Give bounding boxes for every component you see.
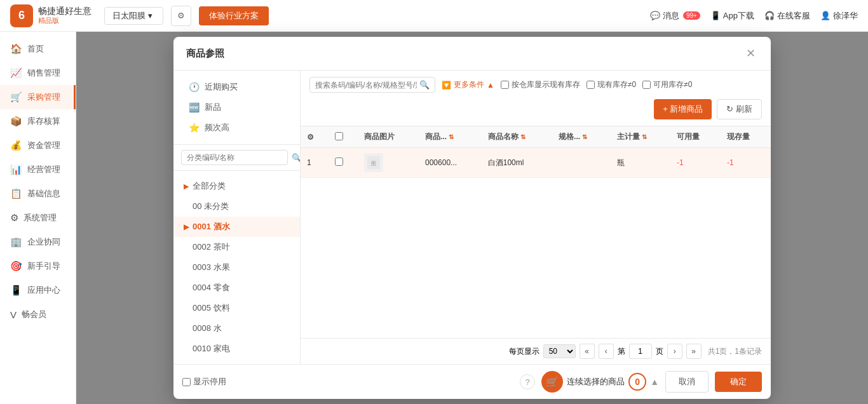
inventory-ne0-checkbox-label[interactable]: 现有库存≠0 (587, 79, 636, 90)
modal-footer: 显示停用 ? 🛒 连续选择的商品 0 ▲ 取消 确定 (173, 364, 771, 399)
cancel-button[interactable]: 取消 (665, 371, 709, 393)
cat-arrow-active: ▶ (184, 223, 189, 231)
try-industry-button[interactable]: 体验行业方案 (199, 6, 269, 25)
col-spec: 规格...⇅ (552, 126, 611, 148)
sidebar-item-guide[interactable]: 🎯 新手引导 (0, 254, 76, 278)
sales-icon: 📈 (10, 67, 22, 79)
sidebar-item-purchase[interactable]: 🛒 采购管理 (0, 85, 76, 109)
confirm-button[interactable]: 确定 (715, 372, 762, 392)
warehouse-display-checkbox-label[interactable]: 按仓库显示现有库存 (501, 79, 580, 90)
settings-button[interactable]: ⚙ (171, 6, 191, 26)
row-checkbox[interactable] (335, 158, 343, 166)
prev-page-button[interactable]: ‹ (599, 344, 614, 359)
sidebar-item-home[interactable]: 🏠 首页 (0, 37, 76, 61)
sidebar-item-enterprise[interactable]: 🏢 企业协同 (0, 230, 76, 254)
sidebar-item-inventory[interactable]: 📦 库存核算 (0, 109, 76, 133)
show-disabled-checkbox[interactable] (182, 378, 191, 386)
sidebar-label: 经营管理 (27, 164, 60, 175)
cat-item-00[interactable]: 00 未分类 (173, 196, 300, 217)
add-product-button[interactable]: + 新增商品 (654, 99, 712, 119)
sidebar-item-basic-info[interactable]: 📋 基础信息 (0, 182, 76, 206)
refresh-button[interactable]: ↻ 刷新 (717, 99, 762, 119)
category-search-input[interactable] (181, 150, 288, 165)
modal-close-button[interactable]: ✕ (743, 46, 758, 61)
cat-arrow: ▶ (184, 182, 189, 191)
cat-item-0010[interactable]: 0010 家电 (173, 339, 300, 359)
select-all-checkbox[interactable] (335, 132, 343, 140)
app-download-nav-item[interactable]: 📱 App下载 (710, 10, 754, 22)
sidebar-label: 系统管理 (24, 212, 57, 224)
usable-ne0-checkbox-label[interactable]: 可用库存≠0 (642, 79, 692, 90)
collapse-up-icon[interactable]: ▲ (650, 377, 659, 387)
col-available: 可用量 (670, 126, 721, 148)
pagination: 每页显示 50 10 20 100 « ‹ 第 页 › » (301, 338, 771, 364)
sidebar-item-operation[interactable]: 📊 经营管理 (0, 158, 76, 182)
cat-item-0001[interactable]: ▶ 0001 酒水 (173, 217, 300, 237)
warehouse-display-checkbox[interactable] (501, 81, 509, 89)
tab-high-frequency[interactable]: ⭐ 频次高 (181, 118, 292, 138)
message-nav-item[interactable]: 💬 消息 99+ (650, 10, 700, 22)
star-icon: ⭐ (189, 123, 200, 133)
finance-icon: 💰 (10, 140, 22, 151)
logo-area: 6 畅捷通好生意 精品版 (10, 4, 92, 27)
tab-recent-purchase[interactable]: 🕐 近期购买 (181, 77, 292, 97)
show-disabled-label[interactable]: 显示停用 (182, 376, 226, 387)
message-badge: 99+ (683, 11, 700, 20)
sidebar-label: 企业协同 (27, 236, 60, 248)
cat-item-0003[interactable]: 0003 水果 (173, 257, 300, 278)
system-icon: ⚙ (10, 212, 18, 224)
sidebar-label: 资金管理 (27, 140, 60, 151)
cell-name: 白酒100ml (482, 148, 552, 178)
app-center-icon: 📱 (10, 285, 22, 296)
sidebar-label: 库存核算 (27, 116, 60, 127)
online-service-nav-item[interactable]: 🎧 在线客服 (764, 10, 810, 22)
product-search-input[interactable] (315, 81, 417, 90)
continuous-select-label: 连续选择的商品 (567, 376, 625, 387)
page-number-input[interactable] (629, 344, 652, 359)
sidebar-item-finance[interactable]: 💰 资金管理 (0, 133, 76, 158)
sidebar-item-member[interactable]: V 畅会员 (0, 302, 76, 327)
gear-icon: ⚙ (177, 11, 185, 20)
last-page-button[interactable]: » (686, 344, 702, 359)
search-icon[interactable]: 🔍 (419, 80, 430, 90)
sidebar-item-sales[interactable]: 📈 销售管理 (0, 61, 76, 85)
user-menu[interactable]: 👤 徐泽华 (820, 10, 858, 22)
purchase-icon: 🛒 (10, 91, 22, 103)
toolbar-right: + 新增商品 ↻ 刷新 (654, 99, 762, 119)
modal-body: 🕐 近期购买 🆕 新品 ⭐ 频次高 (173, 71, 771, 364)
operation-icon: 📊 (10, 164, 22, 175)
cell-spec (552, 148, 611, 178)
first-page-button[interactable]: « (580, 344, 595, 359)
cell-checkbox[interactable] (329, 148, 358, 178)
col-name: 商品名称⇅ (482, 126, 552, 148)
cat-item-0008[interactable]: 0008 水 (173, 318, 300, 339)
col-checkbox[interactable] (329, 126, 358, 148)
cat-item-0004[interactable]: 0004 零食 (173, 278, 300, 298)
next-page-button[interactable]: › (667, 344, 682, 359)
inventory-ne0-checkbox[interactable] (587, 81, 595, 89)
top-nav: 6 畅捷通好生意 精品版 日太阳膜 ▾ ⚙ 体验行业方案 💬 消息 99+ 📱 … (0, 0, 868, 32)
usable-ne0-checkbox[interactable] (642, 81, 651, 89)
category-list: ▶ 全部分类 00 未分类 ▶ 0001 酒水 0002 茶叶 (173, 171, 300, 364)
page-word: 第 (618, 346, 625, 357)
cat-item-0005[interactable]: 0005 饮料 (173, 298, 300, 318)
sidebar-label: 应用中心 (27, 285, 60, 296)
page-size-select[interactable]: 50 10 20 100 (543, 344, 576, 358)
sidebar-label: 采购管理 (27, 91, 60, 103)
cart-area: 🛒 连续选择的商品 0 ▲ (541, 371, 659, 393)
col-gear[interactable]: ⚙ (301, 126, 329, 148)
mobile-icon: 📱 (710, 11, 721, 20)
message-icon: 💬 (650, 11, 660, 20)
cat-item-0002[interactable]: 0002 茶叶 (173, 237, 300, 257)
category-search-icon[interactable]: 🔍 (292, 153, 301, 163)
more-filter-button[interactable]: 🔽 更多条件 ▲ (442, 79, 494, 90)
help-button[interactable]: ? (520, 374, 535, 389)
tab-new-product[interactable]: 🆕 新品 (181, 97, 292, 118)
table-row[interactable]: 1 图 000600... 白酒100ml (301, 148, 771, 178)
page-size-label: 每页显示 (509, 346, 539, 357)
cat-item-all[interactable]: ▶ 全部分类 (173, 176, 300, 196)
sidebar-item-app-center[interactable]: 📱 应用中心 (0, 278, 76, 302)
sidebar-item-system[interactable]: ⚙ 系统管理 (0, 206, 76, 230)
branch-selector[interactable]: 日太阳膜 ▾ (104, 7, 163, 25)
cell-stock: -1 (721, 148, 771, 178)
